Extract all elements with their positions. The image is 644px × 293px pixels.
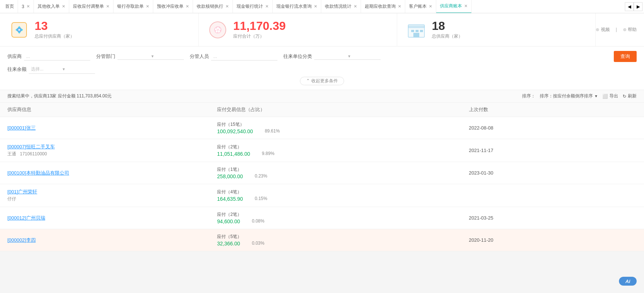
total-payable-icon: 💮 bbox=[207, 20, 228, 40]
balance-filter-select[interactable]: 选择... ▼ bbox=[29, 65, 95, 74]
nav-tab-cash-bank-flow[interactable]: 现金银行流水查询 ✕ bbox=[273, 0, 321, 13]
svg-rect-9 bbox=[413, 33, 419, 37]
nav-tab-payment-verify[interactable]: 收款核销执行 ✕ bbox=[193, 0, 233, 13]
video-icon: ⊙ bbox=[596, 27, 599, 32]
close-icon[interactable]: ✕ bbox=[398, 4, 401, 9]
stat-text-total-payable: 11,170.39 应付合计（万） bbox=[233, 20, 286, 39]
nav-tab-other-income[interactable]: 其他收入单 ✕ bbox=[34, 0, 69, 13]
last-pay-date: 2020-11-20 bbox=[469, 237, 637, 243]
transaction-amount: 258,000.00 bbox=[217, 173, 243, 179]
transaction-amount: 94,600.00 bbox=[217, 218, 240, 224]
close-icon[interactable]: ✕ bbox=[354, 4, 357, 9]
table-row[interactable]: [000002]李四 应付（5笔） 32,366.00 0.03% 2020-1… bbox=[0, 229, 644, 251]
transaction-label: 应付（5笔） bbox=[217, 234, 469, 240]
transaction-label: 应付（2笔） bbox=[217, 211, 469, 218]
supplier-name-link[interactable]: [000002]李四 bbox=[7, 237, 217, 244]
nav-tab-customer-ledger[interactable]: 客户账本 ✕ bbox=[405, 0, 436, 13]
close-icon[interactable]: ✕ bbox=[265, 4, 269, 9]
svg-rect-5 bbox=[408, 25, 424, 28]
nav-tab-receipt-stat[interactable]: 收款情况统计 ✕ bbox=[321, 0, 361, 13]
collapse-button[interactable]: ⌃ 收起更多条件 bbox=[300, 77, 344, 85]
close-icon[interactable]: ✕ bbox=[186, 4, 189, 9]
filter-item-supplier: 供应商 bbox=[7, 52, 90, 61]
last-pay-date: 2022-08-08 bbox=[469, 125, 637, 131]
nav-tab-supplier-ledger[interactable]: 供应商账本 ✕ bbox=[436, 0, 472, 13]
total-payable-label: 应付合计（万） bbox=[233, 33, 286, 39]
transaction-cell: 应付（2笔） 11,051,486.00 9.89% bbox=[217, 144, 469, 157]
transaction-label: 应付（4笔） bbox=[217, 189, 469, 195]
person-filter-input[interactable] bbox=[211, 52, 277, 61]
sort-select[interactable]: 排序：按应付余额倒序排序 ▼ bbox=[540, 93, 598, 99]
transaction-cell: 应付（2笔） 94,600.00 0.08% bbox=[217, 211, 469, 224]
table-row[interactable]: [000007]恒旺二手叉车 王通 17106110000 应付（2笔） 11,… bbox=[0, 139, 644, 162]
help-link[interactable]: ⊙ 帮助 bbox=[623, 27, 637, 33]
transaction-amount-row: 164,635.90 0.15% bbox=[217, 195, 469, 202]
category-filter-select[interactable]: ▼ bbox=[314, 53, 381, 60]
video-link[interactable]: ⊙ 视频 bbox=[596, 27, 609, 33]
close-icon[interactable]: ✕ bbox=[464, 4, 468, 8]
nav-tab-home[interactable]: 首页 bbox=[1, 0, 18, 13]
collapse-section: ⌃ 收起更多条件 bbox=[7, 77, 637, 85]
total-suppliers-number: 18 bbox=[432, 20, 463, 32]
transaction-amount-row: 94,600.00 0.08% bbox=[217, 218, 469, 224]
nav-prev-button[interactable]: ◀ bbox=[625, 2, 634, 11]
nav-next-button[interactable]: ▶ bbox=[634, 2, 643, 11]
sort-label: 排序： bbox=[522, 93, 535, 99]
export-button[interactable]: ⬜ 导出 bbox=[602, 93, 618, 99]
last-pay-date: 2021-11-17 bbox=[469, 148, 637, 153]
close-icon[interactable]: ✕ bbox=[62, 4, 65, 9]
svg-text:💠: 💠 bbox=[15, 26, 24, 34]
lastpay-cell: 2023-01-30 bbox=[469, 170, 637, 176]
refresh-button[interactable]: ↻ 刷新 bbox=[623, 93, 637, 99]
transaction-amount-row: 11,051,486.00 9.89% bbox=[217, 150, 469, 157]
supplier-filter-input[interactable] bbox=[24, 52, 90, 61]
table-header: 供应商信息 应付交易信息（占比） 上次付数 bbox=[0, 103, 644, 117]
close-icon[interactable]: ✕ bbox=[106, 4, 109, 9]
nav-tab-ar-ap-adjust[interactable]: 应收应付调整单 ✕ bbox=[69, 0, 113, 13]
stat-item-total-payable: 💮 11,170.39 应付合计（万） bbox=[199, 13, 397, 46]
transaction-amount-row: 100,092,540.00 89.61% bbox=[217, 128, 469, 134]
close-icon[interactable]: ✕ bbox=[314, 4, 317, 9]
transaction-amount-row: 32,366.00 0.03% bbox=[217, 240, 469, 247]
supplier-name-link[interactable]: [000100]本特勤油品有限公司 bbox=[7, 170, 217, 176]
stat-text-total-suppliers: 18 总供应商（家） bbox=[432, 20, 463, 39]
ai-badge[interactable]: Ai bbox=[619, 277, 637, 286]
lastpay-cell: 2021-03-25 bbox=[469, 215, 637, 221]
query-button[interactable]: 查询 bbox=[614, 51, 637, 62]
chevron-down-icon: ▼ bbox=[347, 54, 378, 58]
lastpay-cell: 2021-11-17 bbox=[469, 148, 637, 153]
table-row[interactable]: [000012]广州贝瑞 应付（2笔） 94,600.00 0.08% 2021… bbox=[0, 207, 644, 229]
nav-arrows: ◀ ▶ bbox=[625, 2, 643, 11]
close-icon[interactable]: ✕ bbox=[146, 4, 149, 9]
table-row[interactable]: [001]广州荣轩 仔仔 应付（4笔） 164,635.90 0.15% bbox=[0, 184, 644, 207]
supplier-name-link[interactable]: [001]广州荣轩 bbox=[7, 189, 217, 195]
nav-tab-cash-bank-stat[interactable]: 现金银行统计 ✕ bbox=[233, 0, 273, 13]
total-suppliers-icon bbox=[406, 20, 427, 40]
supplier-info-cell: [000012]广州贝瑞 bbox=[7, 215, 217, 221]
table-row[interactable]: [000001]张三 应付（15笔） 100,092,540.00 89.61%… bbox=[0, 117, 644, 139]
transaction-amount-row: 258,000.00 0.23% bbox=[217, 173, 469, 179]
transaction-cell: 应付（15笔） 100,092,540.00 89.61% bbox=[217, 121, 469, 134]
dept-filter-select[interactable]: ▼ bbox=[118, 53, 184, 60]
supplier-name-link[interactable]: [000001]张三 bbox=[7, 125, 217, 131]
total-payable-number: 11,170.39 bbox=[233, 20, 286, 32]
nav-tab-3[interactable]: 3 ✕ bbox=[18, 0, 34, 13]
svg-rect-7 bbox=[416, 30, 419, 32]
transaction-label: 应付（1笔） bbox=[217, 166, 469, 173]
transaction-pct: 0.03% bbox=[252, 241, 265, 246]
nav-tab-overdue-ar[interactable]: 超期应收款查询 ✕ bbox=[361, 0, 405, 13]
nav-tab-prepay-clear[interactable]: 预收冲应收单 ✕ bbox=[153, 0, 193, 13]
close-icon[interactable]: ✕ bbox=[27, 4, 30, 9]
table-row[interactable]: [000100]本特勤油品有限公司 应付（1笔） 258,000.00 0.23… bbox=[0, 162, 644, 184]
supplier-name-link[interactable]: [000012]广州贝瑞 bbox=[7, 215, 217, 221]
transaction-label: 应付（15笔） bbox=[217, 121, 469, 128]
transaction-pct: 89.61% bbox=[265, 128, 280, 134]
close-icon[interactable]: ✕ bbox=[429, 4, 432, 9]
supplier-contact: 仔仔 bbox=[7, 196, 217, 202]
stat-item-payable-suppliers: 💠 13 总应付供应商（家） bbox=[0, 13, 199, 46]
dept-filter-label: 分管部门 bbox=[96, 53, 115, 60]
close-icon[interactable]: ✕ bbox=[225, 4, 229, 9]
supplier-name-link[interactable]: [000007]恒旺二手叉车 bbox=[7, 144, 217, 150]
balance-filter-label: 往来余额 bbox=[7, 66, 27, 73]
nav-tab-bank-deposit[interactable]: 银行存取款单 ✕ bbox=[113, 0, 153, 13]
